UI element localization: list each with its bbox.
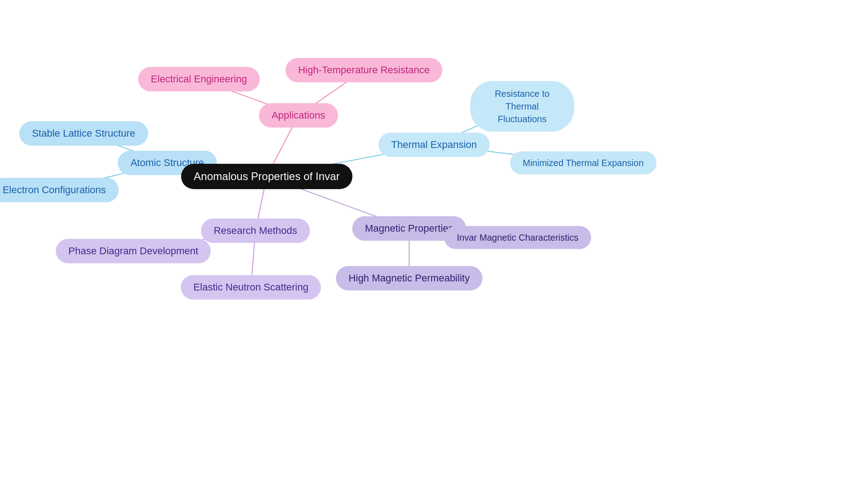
- applications-node[interactable]: Applications: [259, 103, 338, 128]
- electron-configurations-node[interactable]: Electron Configurations: [0, 178, 118, 202]
- thermal-expansion-node[interactable]: Thermal Expansion: [378, 133, 490, 157]
- resistance-thermal-fluctuations-node[interactable]: Resistance to Thermal Fluctuations: [470, 81, 574, 132]
- research-methods-node[interactable]: Research Methods: [201, 219, 310, 243]
- minimized-thermal-expansion-node[interactable]: Minimized Thermal Expansion: [510, 152, 656, 175]
- electrical-engineering-node[interactable]: Electrical Engineering: [138, 67, 260, 91]
- phase-diagram-development-node[interactable]: Phase Diagram Development: [56, 239, 211, 263]
- stable-lattice-structure-node[interactable]: Stable Lattice Structure: [19, 121, 148, 146]
- high-magnetic-permeability-node[interactable]: High Magnetic Permeability: [336, 266, 482, 290]
- high-temperature-resistance-node[interactable]: High-Temperature Resistance: [285, 58, 442, 82]
- elastic-neutron-scattering-node[interactable]: Elastic Neutron Scattering: [181, 275, 321, 300]
- center-node[interactable]: Anomalous Properties of Invar: [181, 164, 353, 189]
- invar-magnetic-characteristics-node[interactable]: Invar Magnetic Characteristics: [444, 226, 591, 249]
